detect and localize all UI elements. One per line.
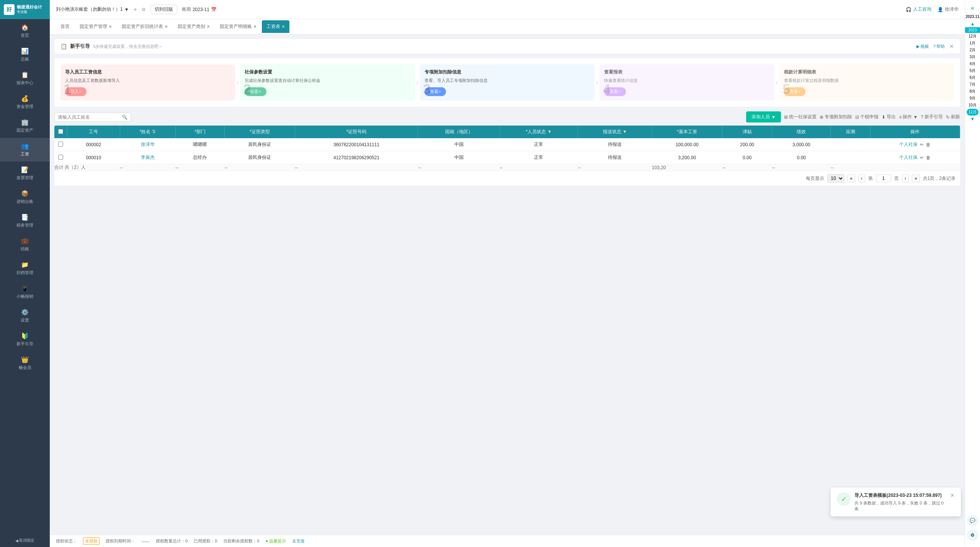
search-input[interactable] (58, 114, 120, 120)
operations-btn[interactable]: ≡操作 ▼ (899, 114, 918, 120)
cell-name-1[interactable]: 李俊杰 (120, 151, 175, 164)
sidebar-item-结账[interactable]: 💼 结账 (0, 233, 50, 256)
per-page-select[interactable]: 10 20 50 (827, 174, 844, 183)
month-8[interactable]: 8月 (969, 88, 977, 95)
month-4[interactable]: 4月 (969, 60, 977, 67)
close-guide-btn[interactable]: ✕ (949, 43, 954, 49)
tax-report-btn[interactable]: ⊟个税申报 (855, 114, 879, 120)
sidebar-item-发票管理[interactable]: 📝 发票管理 (0, 162, 50, 185)
sidebar-item-畅会员[interactable]: 👑 畅会员 (0, 351, 50, 375)
cancel-fixed-btn[interactable]: ◀ 取消固定 (15, 538, 34, 543)
month-6[interactable]: 6月 (969, 74, 977, 81)
prev-page-btn[interactable]: ‹ (858, 175, 865, 182)
sidebar-item-报表中心[interactable]: 📋 报表中心 (0, 67, 50, 90)
month-10[interactable]: 10月 (968, 102, 977, 109)
sidebar-item-工资[interactable]: 👥 工资 (0, 138, 50, 162)
tab-close-4[interactable]: ✕ (253, 24, 256, 29)
guide-btn[interactable]: ?新手引导 (921, 114, 943, 120)
feedback-icon[interactable]: 💬 (967, 515, 978, 526)
tab-固定资产类别[interactable]: 固定资产类别 ✕ (173, 20, 214, 33)
th-checkbox[interactable] (54, 126, 67, 138)
cell-dept-1: 总经办 (175, 151, 225, 164)
cell-id-type-1: 居民身份证 (225, 151, 295, 164)
cell-name-0[interactable]: 徐泽华 (120, 138, 175, 151)
sidebar-icon-14: 👑 (21, 356, 29, 363)
settings-icon[interactable]: ⚙ (142, 7, 146, 12)
row-checkbox-1[interactable] (54, 151, 67, 164)
op-edit-0[interactable]: ✏ (920, 142, 924, 147)
op-social-security-0[interactable]: 个人社保 (899, 141, 918, 148)
next-year-btn[interactable]: ▼ (970, 116, 976, 122)
goto-auth-btn[interactable]: 去充值 (292, 538, 305, 544)
switch-version-btn[interactable]: 切到旧版 (150, 5, 177, 14)
first-page-btn[interactable]: « (847, 175, 855, 182)
toast-icon: ✓ (837, 492, 851, 506)
th-id-num: *证照号码 (295, 126, 418, 138)
tab-close-5[interactable]: ✕ (282, 24, 285, 29)
account-selector[interactable]: 刘小艳演示账套（勿删勿动！）1 ▼ (56, 6, 129, 13)
op-edit-1[interactable]: ✏ (920, 155, 924, 160)
sidebar-item-设置[interactable]: ⚙️ 设置 (0, 304, 50, 328)
th-allowance: 津贴 (722, 126, 772, 138)
prev-year-btn[interactable]: ▲ (970, 20, 976, 27)
row-checkbox-0[interactable] (54, 138, 67, 151)
headset-icon: 🎧 (906, 7, 911, 12)
op-social-security-1[interactable]: 个人社保 (899, 154, 918, 161)
help-link[interactable]: ? 帮助 (933, 44, 945, 49)
month-2[interactable]: 2月 (969, 47, 977, 54)
next-page-btn[interactable]: › (902, 175, 909, 182)
sidebar-item-首页[interactable]: 🏠 首页 (0, 19, 50, 43)
sidebar-item-归档管理[interactable]: 📁 归档管理 (0, 256, 50, 280)
tab-close-1[interactable]: ✕ (109, 24, 112, 29)
last-page-btn[interactable]: » (912, 175, 920, 182)
op-delete-1[interactable]: 🗑 (926, 155, 931, 160)
tab-固定资产折旧统计表[interactable]: 固定资产折旧统计表 ✕ (117, 20, 172, 33)
select-all-checkbox[interactable] (58, 129, 63, 134)
sidebar-item-小畅报销[interactable]: 📱 小畅报销 (0, 280, 50, 304)
month-5[interactable]: 5月 (969, 67, 977, 74)
add-account-btn[interactable]: + (134, 6, 137, 13)
sidebar-item-总账[interactable]: 📊 总账 (0, 43, 50, 67)
period-selector[interactable]: 账期 2023-11 📅 (182, 6, 217, 13)
cell-id-0: 000002 (67, 138, 120, 151)
sidebar-icon-2: 📋 (21, 71, 29, 78)
toast-content: 导入工资表模板(2023-03-23 15:07:59.897) 共 9 条数据… (854, 492, 946, 512)
page-number-input[interactable] (876, 175, 891, 182)
sidebar-item-资金管理[interactable]: 💰 资金管理 (0, 90, 50, 114)
sidebar-item-新手引导[interactable]: 🔰 新手引导 (0, 328, 50, 351)
search-icon[interactable]: 🔍 (122, 114, 127, 120)
step-arrow-3: › (595, 64, 599, 101)
sidebar-item-税务管理[interactable]: 📑 税务管理 (0, 209, 50, 233)
tab-固定资产明细账[interactable]: 固定资产明细账 ✕ (215, 20, 261, 33)
th-report-status: 报送状态 ▼ (578, 126, 652, 138)
footer-empty-6: -- (500, 164, 578, 171)
unified-social-security-btn[interactable]: ⊞统一社保设置 (784, 114, 817, 120)
panel-collapse-btn[interactable]: « (969, 3, 976, 13)
step-3-title: 专项附加扣除信息 (425, 69, 590, 75)
settings-panel-icon[interactable]: ⚙ (967, 529, 978, 541)
special-deduction-btn[interactable]: ⊕专项附加扣除 (820, 114, 852, 120)
month-12[interactable]: 12月 (968, 33, 977, 40)
month-9[interactable]: 9月 (969, 95, 977, 102)
sidebar-item-进销台账[interactable]: 📦 进销台账 (0, 185, 50, 209)
op-delete-0[interactable]: 🗑 (926, 142, 931, 147)
tab-close-2[interactable]: ✕ (165, 24, 168, 29)
pagination: 每页显示 10 20 50 « ‹ 第 页 › » 共1页，2条记录 (54, 171, 960, 186)
tab-工资表[interactable]: 工资表 ✕ (262, 20, 289, 33)
service-btn[interactable]: 🎧 人工咨询 (906, 6, 931, 13)
sidebar-item-固定资产[interactable]: 🏢 固定资产 (0, 114, 50, 138)
month-7[interactable]: 7月 (969, 81, 977, 88)
tab-首页[interactable]: 首页 (56, 20, 74, 33)
tab-固定资产管理[interactable]: 固定资产管理 ✕ (75, 20, 116, 33)
month-3[interactable]: 3月 (969, 54, 977, 60)
tab-close-3[interactable]: ✕ (207, 24, 210, 29)
video-link[interactable]: ▶ 视频 (916, 44, 929, 49)
user-menu[interactable]: 👤 徐泽华 (938, 6, 959, 13)
toast-close-btn[interactable]: ✕ (950, 492, 955, 498)
refresh-btn[interactable]: ↻刷新 (946, 114, 960, 120)
export-btn[interactable]: ⬇导出 (882, 114, 896, 120)
month-1[interactable]: 1月 (969, 40, 977, 47)
th-name: *姓名 ⇅ (120, 126, 175, 138)
month-11[interactable]: 11月 (967, 109, 978, 116)
add-person-btn[interactable]: 添加人员 ▼ (746, 111, 781, 122)
